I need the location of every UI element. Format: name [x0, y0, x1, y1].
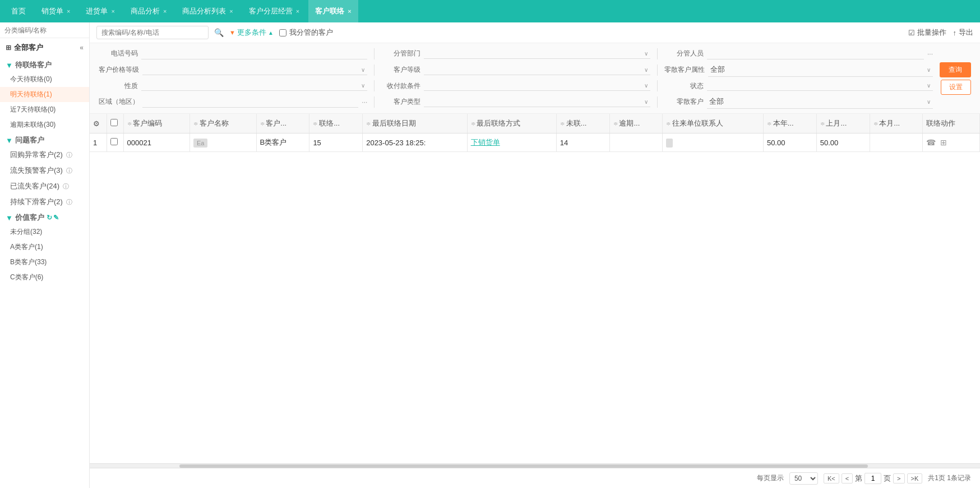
- th-this-month[interactable]: 本月...: [870, 114, 923, 133]
- sidebar-all-customers[interactable]: ⊞ 全部客户 «: [0, 38, 89, 57]
- filter-cell-customer-grade: 客户等级 ∨: [381, 65, 650, 75]
- nav-customer-segmentation[interactable]: 客户分层经营 ×: [242, 0, 306, 22]
- more-icon-region[interactable]: ···: [362, 98, 367, 106]
- divider: [374, 48, 375, 59]
- customer-type-select[interactable]: ∨: [424, 97, 650, 107]
- th-customer-type[interactable]: 客户...: [256, 114, 309, 133]
- per-page-select[interactable]: 50 100 200: [789, 472, 818, 485]
- sidebar-search-input[interactable]: [4, 26, 89, 34]
- sidebar-pending-section: ▼ 待联络客户: [0, 57, 89, 72]
- more-icon-person[interactable]: ···: [927, 50, 933, 58]
- nature-select[interactable]: ∨: [141, 81, 367, 91]
- row-checkbox[interactable]: [107, 133, 123, 152]
- last-page-button[interactable]: >K: [907, 473, 923, 484]
- chevron-down-icon-type: ∨: [644, 99, 648, 105]
- th-contact-person[interactable]: 往来单位联系人: [663, 114, 763, 133]
- phone-input[interactable]: [141, 48, 367, 59]
- next-page-button[interactable]: >: [893, 473, 904, 484]
- th-check[interactable]: [107, 114, 123, 133]
- row-last-contact-method[interactable]: 下销货单: [467, 133, 556, 152]
- close-product-analysis-icon[interactable]: ×: [163, 8, 167, 15]
- close-product-analysis-list-icon[interactable]: ×: [229, 8, 233, 15]
- filter-row-2: 客户价格等级 ∨ 客户等级 ∨: [99, 63, 933, 77]
- sidebar-item-churn-warning[interactable]: 流失预警客户(3) ⓘ: [0, 163, 89, 178]
- refresh-icon[interactable]: ↻: [47, 214, 52, 222]
- close-sales-order-icon[interactable]: ×: [67, 8, 70, 15]
- first-page-button[interactable]: K<: [824, 473, 839, 484]
- nav-home[interactable]: 首页: [4, 0, 33, 22]
- th-customer-name[interactable]: 客户名称: [190, 114, 257, 133]
- th-customer-code[interactable]: 客户编码: [123, 114, 190, 133]
- query-button[interactable]: 查询: [940, 62, 971, 77]
- row-index: 1: [90, 133, 107, 152]
- row-actions: ☎ ⊞: [923, 133, 980, 152]
- prev-page-button[interactable]: <: [842, 473, 853, 484]
- edit-icon[interactable]: ✎: [53, 214, 59, 222]
- dept-label: 分管部门: [381, 49, 420, 58]
- th-uncontacted[interactable]: 未联...: [556, 114, 609, 133]
- sidebar-item-repurchase-anomaly[interactable]: 回购异常客户(2) ⓘ: [0, 147, 89, 163]
- status-select[interactable]: ∨: [707, 81, 933, 91]
- per-page-label: 每页显示: [757, 473, 784, 483]
- export-button[interactable]: ↑ 导出: [953, 27, 974, 38]
- nav-product-analysis-list[interactable]: 商品分析列表 ×: [175, 0, 239, 22]
- customer-grade-select[interactable]: ∨: [424, 65, 650, 75]
- th-this-year[interactable]: 本年...: [763, 114, 816, 133]
- sidebar-item-overdue-contact[interactable]: 逾期未联络(30): [0, 117, 89, 132]
- th-last-contact-method[interactable]: 最后联络方式: [467, 114, 556, 133]
- batch-operations-button[interactable]: ☑ 批量操作: [908, 27, 946, 38]
- dept-select[interactable]: ∨: [424, 49, 650, 59]
- price-grade-select[interactable]: ∨: [142, 65, 367, 75]
- th-overdue[interactable]: 逾期...: [609, 114, 663, 133]
- customer-type-label: 客户类型: [381, 97, 420, 107]
- sidebar-problem-section: ▼ 问题客户: [0, 132, 89, 147]
- chevron-down-icon-nature: ∨: [361, 82, 365, 89]
- horizontal-scrollbar[interactable]: [90, 463, 980, 468]
- divider-2: [657, 48, 658, 59]
- divider-7: [374, 96, 375, 108]
- divider-4: [657, 65, 658, 76]
- my-customers-checkbox[interactable]: [279, 29, 286, 36]
- select-all-checkbox[interactable]: [110, 119, 118, 126]
- person-input[interactable]: [707, 48, 924, 59]
- nav-purchase-order[interactable]: 进货单 ×: [79, 0, 121, 22]
- contact-method-link[interactable]: 下销货单: [471, 138, 500, 146]
- retail-attr-select[interactable]: 全部 ∨: [708, 63, 933, 77]
- sidebar-item-ungrouped[interactable]: 未分组(32): [0, 224, 89, 240]
- region-input[interactable]: [142, 96, 358, 108]
- nav-sales-order[interactable]: 销货单 ×: [35, 0, 77, 22]
- content-area: 🔍 ▼ 更多条件 ▲ 我分管的客户 ☑ 批量操作 ↑ 导出: [90, 22, 980, 488]
- grid-action-icon[interactable]: ⊞: [940, 138, 947, 147]
- retail-customer-select[interactable]: 全部 ∨: [707, 95, 933, 109]
- sidebar-item-today-pending[interactable]: 今天待联络(0): [0, 72, 89, 87]
- sidebar-item-declining[interactable]: 持续下滑客户(2) ⓘ: [0, 194, 89, 210]
- th-last-contact-date[interactable]: 最后联络日期: [363, 114, 468, 133]
- nav-customer-contact[interactable]: 客户联络 ×: [308, 0, 358, 22]
- close-purchase-order-icon[interactable]: ×: [111, 8, 114, 15]
- table-header-row: ⚙ 客户编码 客户名称 客户... 联络... 最后联络日期 最后联络方式 未联…: [90, 114, 980, 133]
- search-input[interactable]: [96, 26, 209, 39]
- settings-button[interactable]: 设置: [941, 80, 971, 95]
- chevron-down-icon-status: ∨: [927, 82, 931, 89]
- close-customer-contact-icon[interactable]: ×: [348, 8, 351, 15]
- collapse-sidebar-icon[interactable]: «: [80, 44, 84, 52]
- sidebar-item-tomorrow-pending[interactable]: 明天待联络(1): [0, 87, 89, 102]
- th-contact-count[interactable]: 联络...: [309, 114, 363, 133]
- phone-action-icon[interactable]: ☎: [926, 138, 936, 147]
- sidebar-item-class-b[interactable]: B类客户(33): [0, 255, 89, 270]
- sidebar-item-class-a[interactable]: A类客户(1): [0, 240, 89, 255]
- sidebar-item-churned[interactable]: 已流失客户(24) ⓘ: [0, 178, 89, 194]
- th-last-month[interactable]: 上月...: [816, 114, 870, 133]
- sidebar-item-7day-pending[interactable]: 近7天待联络(0): [0, 102, 89, 117]
- payment-select[interactable]: ∨: [424, 81, 650, 91]
- search-button[interactable]: 🔍: [214, 28, 224, 37]
- close-customer-segmentation-icon[interactable]: ×: [296, 8, 299, 15]
- page-number-input[interactable]: [865, 473, 881, 484]
- scrollbar-thumb: [179, 464, 868, 468]
- row-select-checkbox[interactable]: [110, 138, 118, 145]
- th-setting[interactable]: ⚙: [90, 114, 107, 133]
- nav-product-analysis[interactable]: 商品分析 ×: [124, 0, 173, 22]
- more-conditions-button[interactable]: ▼ 更多条件 ▲: [229, 27, 274, 38]
- page-suffix-label: 页: [884, 473, 891, 484]
- sidebar-item-class-c[interactable]: C类客户(6): [0, 270, 89, 285]
